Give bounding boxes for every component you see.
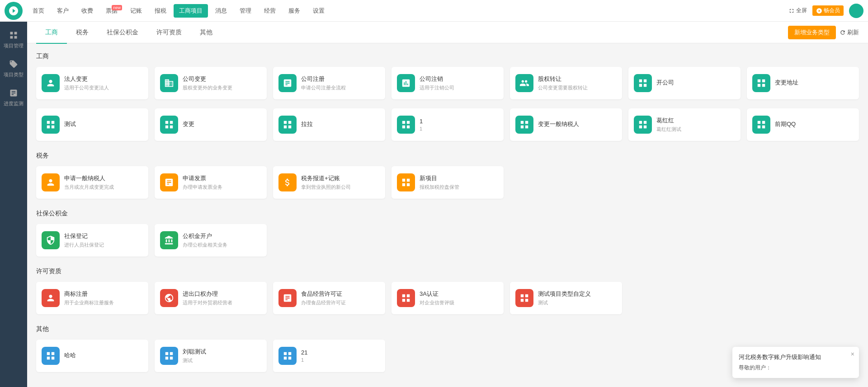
nav-service[interactable]: 服务	[283, 4, 306, 18]
card-ceshi[interactable]: 测试	[36, 108, 148, 141]
tab-other[interactable]: 其他	[191, 22, 222, 44]
card-jinchukou[interactable]: 进出口权办理 适用于对外贸易经营者	[155, 282, 267, 314]
tab-shebao[interactable]: 社保公积金	[98, 22, 147, 44]
nav-settings[interactable]: 设置	[307, 4, 330, 18]
tab-gongshang[interactable]: 工商	[36, 22, 67, 44]
tab-xuke[interactable]: 许可资质	[147, 22, 191, 44]
card-icon-3a	[397, 289, 415, 307]
sidebar-item-progress-monitor[interactable]: 进度监测	[1, 84, 26, 111]
nav-accounting[interactable]: 记账	[125, 4, 147, 18]
card-desc-farenbiange: 适用于公司变更法人	[64, 84, 143, 91]
section-shebao: 社保公积金 社保登记 进行人员社保登记	[36, 210, 859, 256]
card-gongsizhu[interactable]: 公司注册 申请公司注册全流程	[273, 67, 385, 99]
cards-grid-shebao: 社保登记 进行人员社保登记 公积金开户 办理公积金相关业务	[36, 224, 859, 256]
card-icon-haha	[42, 347, 60, 365]
top-nav: 首页 客户 收费 票据 new 记账 报税 工商项目 消息 管理 经营 服务 设…	[0, 0, 868, 22]
card-icon-ceshi	[42, 116, 60, 134]
nav-tax[interactable]: 报税	[149, 4, 172, 18]
nav-customer[interactable]: 客户	[52, 4, 74, 18]
card-name-shangbiaozhuce: 商标注册	[64, 290, 143, 298]
nav-operation[interactable]: 经营	[259, 4, 281, 18]
card-icon-shenqingyiban	[42, 173, 60, 191]
notification-content: 尊敬的用户：	[739, 364, 853, 372]
notification-popup: × 河北税务数字账户升级影响通知 尊敬的用户：	[732, 347, 859, 378]
card-name-xinxiangmu: 新项目	[420, 174, 498, 182]
refresh-button[interactable]: 刷新	[840, 28, 859, 37]
nav-collection[interactable]: 收费	[76, 4, 99, 18]
card-liuceceshi[interactable]: 刘聪测试 测试	[155, 340, 267, 372]
card-shuiwubaodao[interactable]: 税务报道+记账 拿到营业执照的新公司	[273, 166, 385, 199]
card-icon-gongsibiange	[160, 74, 178, 92]
sidebar-item-project-type[interactable]: 项目类型	[1, 55, 26, 82]
card-gongsizhuxiao[interactable]: 公司注销 适用于注销公司	[392, 67, 504, 99]
nav-management[interactable]: 管理	[234, 4, 257, 18]
add-type-button[interactable]: 新增业务类型	[788, 26, 836, 39]
card-desc-shuiwubaodao: 拿到营业执照的新公司	[301, 184, 380, 191]
card-xinxiangmu[interactable]: 新项目 报税加税控盘保管	[392, 166, 504, 199]
fullscreen-button[interactable]: 全屏	[788, 7, 807, 14]
card-desc-shenqingyiban: 当月或次月成变更完成	[64, 184, 143, 191]
cards-grid-gongshang2: 测试 变更	[36, 108, 859, 141]
card-kaigongsi[interactable]: 开公司	[628, 67, 741, 99]
card-name-gongsibiange: 公司变更	[183, 75, 261, 83]
nav-business[interactable]: 工商项目	[174, 4, 208, 18]
card-qianqiqq[interactable]: 前期QQ	[747, 108, 859, 141]
card-name-3a: 3A认证	[420, 290, 498, 298]
card-name-liuceceshi: 刘聪测试	[183, 348, 261, 356]
card-shebaodengjii[interactable]: 社保登记 进行人员社保登记	[36, 224, 148, 256]
card-desc-ceshinxiangmu: 测试	[538, 299, 617, 306]
card-3a[interactable]: 3A认证 对企业信誉评级	[392, 282, 504, 314]
card-lala[interactable]: 拉拉	[273, 108, 385, 141]
user-avatar[interactable]	[849, 4, 863, 18]
card-icon-biangengdizhi	[752, 74, 770, 92]
card-name-shuiwubaodao: 税务报道+记账	[301, 174, 380, 182]
sidebar-item-project-manage[interactable]: 项目管理	[1, 26, 26, 53]
tab-shuiwu[interactable]: 税务	[67, 22, 98, 44]
card-desc-twentyone: 1	[301, 357, 380, 363]
card-icon-guquan	[515, 74, 533, 92]
card-twentyone[interactable]: 21 1	[273, 340, 385, 372]
card-biangengdizhi[interactable]: 变更地址	[747, 67, 859, 99]
card-icon-lala	[278, 116, 297, 134]
card-icon-shipin	[278, 289, 297, 307]
notification-close-button[interactable]: ×	[851, 350, 854, 358]
tab-actions: 新增业务类型 刷新	[788, 26, 859, 39]
member-button[interactable]: 畅会员	[812, 5, 844, 16]
card-name-biangenyiban: 变更一般纳税人	[538, 120, 617, 128]
card-biangenyiban[interactable]: 变更一般纳税人	[510, 108, 622, 141]
card-name-farenbiange: 法人变更	[64, 75, 143, 83]
card-desc-guquan: 公司变更需要股权转让	[538, 84, 617, 91]
card-one[interactable]: 1 1	[392, 108, 504, 141]
card-biangeng[interactable]: 变更	[155, 108, 267, 141]
card-icon-qianqiqq	[752, 116, 770, 134]
card-haha[interactable]: 哈哈	[36, 340, 148, 372]
page-content: 工商 法人变更 适用于公司变更法人	[27, 43, 868, 387]
card-shangbiaozhuce[interactable]: 商标注册 用于企业商标注册服务	[36, 282, 148, 314]
nav-message[interactable]: 消息	[210, 4, 232, 18]
nav-items: 首页 客户 收费 票据 new 记账 报税 工商项目 消息 管理 经营 服务 设…	[27, 4, 788, 18]
card-shenqingfapiao[interactable]: 申请发票 办理申请发票业务	[155, 166, 267, 199]
card-shipin[interactable]: 食品经营许可证 办理食品经营许可证	[273, 282, 385, 314]
card-desc-gongsizhuxiao: 适用于注销公司	[420, 84, 498, 91]
app-logo[interactable]	[5, 2, 23, 20]
card-name-biangeng: 变更	[183, 120, 261, 128]
section-gongshang: 工商 法人变更 适用于公司变更法人	[36, 52, 859, 141]
card-name-jinchukou: 进出口权办理	[183, 290, 261, 298]
card-name-guquan: 股权转让	[538, 75, 617, 83]
card-gehonghong[interactable]: 葛红红 葛红红测试	[628, 108, 741, 141]
nav-home[interactable]: 首页	[27, 4, 50, 18]
card-icon-jinchukou	[160, 289, 178, 307]
nav-invoice-badge: new	[112, 5, 122, 10]
card-guquan[interactable]: 股权转让 公司变更需要股权转让	[510, 67, 622, 99]
card-farenbiange[interactable]: 法人变更 适用于公司变更法人	[36, 67, 148, 99]
nav-invoice[interactable]: 票据 new	[100, 4, 123, 18]
tag-icon	[8, 59, 19, 70]
card-name-qianqiqq: 前期QQ	[775, 120, 854, 128]
card-icon-xinxiangmu	[397, 173, 415, 191]
card-shenqingyiban[interactable]: 申请一般纳税人 当月或次月成变更完成	[36, 166, 148, 199]
card-name-one: 1	[420, 118, 498, 125]
card-gongsibiange[interactable]: 公司变更 股权变更外的业务变更	[155, 67, 267, 99]
card-icon-gongsizhuxiao	[397, 74, 415, 92]
card-ceshinxiangmu[interactable]: 测试项目类型自定义 测试	[510, 282, 622, 314]
card-gongjijinkaihu[interactable]: 公积金开户 办理公积金相关业务	[155, 224, 267, 256]
